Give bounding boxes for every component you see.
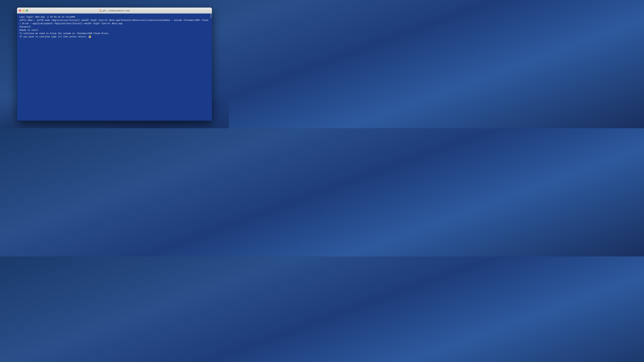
- cursor: [90, 35, 91, 38]
- terminal-window: 🏠 jeff — createinstallmed • sudo Last lo…: [17, 7, 212, 121]
- titlebar: 🏠 jeff — createinstallmed • sudo: [17, 7, 212, 13]
- terminal-line-4: Ready to start.: [20, 28, 210, 32]
- scrollbar[interactable]: [210, 13, 212, 120]
- terminal-line-5: To continue we need to erase the volume …: [20, 32, 210, 35]
- close-button[interactable]: [19, 9, 21, 12]
- terminal-line-2: Jeffs-iMac:~ jeff$ sudo /Applications/In…: [20, 19, 210, 25]
- window-title: 🏠 jeff — createinstallmed • sudo: [99, 9, 130, 12]
- scrollbar-thumb[interactable]: [210, 13, 212, 18]
- maximize-button[interactable]: [26, 9, 28, 12]
- home-icon: 🏠: [99, 9, 102, 12]
- terminal-line-6: If you wish to continue type (Y) then pr…: [20, 35, 210, 38]
- terminal-line-1: Last login: Wed Aug 2 10:35:24 on ttys00…: [20, 15, 210, 19]
- title-text: jeff — createinstallmed • sudo: [103, 9, 130, 12]
- terminal-body[interactable]: Last login: Wed Aug 2 10:35:24 on ttys00…: [17, 13, 212, 121]
- terminal-line-3: Password:: [20, 25, 210, 28]
- minimize-button[interactable]: [22, 9, 24, 12]
- traffic-lights: [19, 9, 28, 12]
